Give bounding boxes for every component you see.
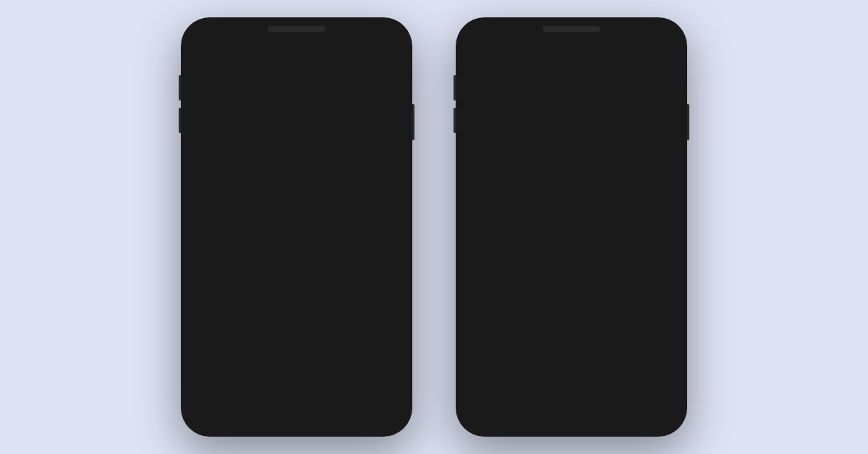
post-more-button-2[interactable]: ⋮ — [658, 317, 671, 330]
svg-point-1 — [383, 67, 391, 74]
svg-point-22 — [545, 168, 561, 176]
attachment-title: Employee Handbook and... — [231, 299, 336, 309]
phone-2: ▾ ← ⋮ — [456, 17, 687, 437]
post-community-link-2[interactable]: Discussion — [538, 339, 576, 348]
svg-point-19 — [528, 158, 537, 166]
poster-name-2: Bess Cole — [503, 317, 592, 328]
battery-icon — [383, 44, 396, 51]
post-more-button[interactable]: ⋮ — [383, 163, 396, 176]
search-button[interactable] — [379, 62, 396, 80]
member-avatar-1 — [518, 150, 544, 176]
wifi-icon-2: ▾ — [652, 43, 656, 51]
poster-name: Yoobin Kim — [229, 163, 334, 175]
attachment-info: Employee Handbook and... Google Docs — [231, 299, 336, 318]
sort-bar[interactable]: Sort by relevance ▾ — [187, 137, 407, 156]
poster-details-2: Bess Cole Chief Marketing Officer 2h ago… — [503, 317, 592, 348]
svg-line-10 — [571, 111, 593, 122]
signal-icon — [367, 43, 375, 51]
post-preview-2: Bess Cole Chief Marketing Officer 2h ago… — [461, 309, 681, 355]
likes-count: 8 — [213, 337, 218, 348]
svg-line-9 — [550, 111, 571, 122]
user-avatar-small: U — [203, 100, 226, 124]
cover-section: ▾ ← ⋮ — [461, 39, 681, 184]
status-icons-2: ▾ — [642, 43, 671, 51]
member-avatars — [521, 150, 622, 176]
filter-label: All post — [472, 292, 503, 303]
members-count: 102 members — [488, 184, 540, 194]
join-button[interactable]: Join — [533, 244, 610, 267]
wifi-icon: ▾ — [378, 43, 381, 51]
post-header: Yoobin Kim HR Analyst 2h ago in Global H… — [197, 163, 396, 194]
search-button-2[interactable] — [633, 58, 646, 75]
post-content: Hello everyone! We are reviewing our emp… — [197, 200, 396, 285]
post-meta-2: 2h ago in Discussion 🏢 — [503, 338, 592, 348]
poster-details: Yoobin Kim HR Analyst 2h ago in Global H… — [229, 163, 334, 194]
svg-point-25 — [589, 158, 597, 166]
visibility-icon: 🏢 — [644, 184, 655, 194]
menu-icon[interactable]: ☰ — [197, 62, 214, 80]
more-button[interactable]: ⋮ — [656, 58, 671, 75]
app1-topbar: ☰ Currents — [187, 55, 407, 87]
status-bar-2: ▾ — [461, 39, 681, 55]
poster-avatar — [197, 163, 223, 189]
svg-point-20 — [524, 168, 540, 176]
phone-screen-1: ▾ ☰ Currents — [187, 39, 407, 422]
group-info: 102 members · Visible within Acme.com 🏢 … — [461, 184, 681, 277]
back-button[interactable]: ← — [472, 59, 486, 75]
phone-1: ▾ ☰ Currents — [181, 17, 412, 437]
community-icon-2: 🏢 — [579, 338, 589, 348]
filter-bar[interactable]: All post ▾ — [461, 286, 681, 309]
like-button[interactable]: 8 — [197, 335, 218, 348]
post-user-info-2: Bess Cole Chief Marketing Officer 2h ago… — [472, 317, 592, 348]
signal-icon-2 — [642, 43, 650, 51]
sort-dropdown-icon: ▾ — [271, 142, 275, 150]
poster-role: HR Analyst — [229, 175, 334, 185]
app-title: Currents — [285, 64, 332, 78]
attachment-card[interactable]: Employee Handbook and... Google Docs — [197, 292, 396, 325]
svg-point-24 — [565, 168, 581, 176]
doc-icon — [205, 299, 225, 319]
post-placeholder-text: Post an update — [233, 106, 369, 118]
post-update-bar[interactable]: U Post an update — [194, 93, 399, 131]
poster-avatar-2 — [472, 317, 498, 343]
filter-dropdown-icon: ▾ — [506, 293, 510, 302]
svg-point-23 — [569, 158, 577, 166]
post-card: Yoobin Kim HR Analyst 2h ago in Global H… — [187, 156, 407, 356]
post-community-link[interactable]: Global HR Team — [263, 186, 322, 194]
members-line: 102 members · Visible within Acme.com 🏢 — [472, 184, 671, 194]
poster-role-2: Chief Marketing Officer — [503, 328, 592, 338]
svg-point-5 — [201, 181, 218, 189]
image-attach-icon[interactable] — [376, 105, 391, 119]
app2-topbar: ← ⋮ — [461, 53, 681, 80]
attachment-source: Google Docs — [231, 309, 336, 318]
status-bar-1: ▾ — [187, 39, 407, 55]
currents-logo: Currents — [260, 61, 332, 81]
visibility-text: Visible within Acme.com — [549, 184, 642, 194]
group-name: Exploration — [472, 200, 671, 218]
phone-screen-2: ▾ ← ⋮ — [461, 39, 681, 422]
svg-point-28 — [605, 168, 621, 176]
currents-logo-svg — [260, 61, 281, 81]
group-description: To know the world is to change it. — [472, 223, 671, 234]
share-button[interactable]: 17 — [229, 335, 255, 348]
svg-point-29 — [480, 322, 490, 332]
topbar-actions: ⋮ — [633, 58, 671, 75]
svg-point-26 — [585, 168, 601, 176]
dot-separator: · — [543, 184, 545, 194]
sort-label: Sort by relevance — [195, 141, 268, 152]
svg-point-27 — [609, 158, 618, 166]
svg-point-3 — [380, 109, 382, 111]
divider — [461, 281, 681, 282]
post-time-2: 2h ago in — [503, 339, 536, 348]
svg-point-30 — [476, 334, 493, 343]
battery-icon-2 — [658, 44, 671, 51]
community-icon: 🏢 — [324, 185, 334, 194]
svg-point-4 — [205, 168, 215, 179]
post-time: 2h ago in — [229, 186, 261, 194]
post-user-info: Yoobin Kim HR Analyst 2h ago in Global H… — [197, 163, 334, 194]
svg-point-6 — [635, 60, 643, 68]
shares-count: 17 — [245, 337, 255, 348]
status-icons: ▾ — [367, 43, 396, 51]
post-meta: 2h ago in Global HR Team 🏢 — [229, 185, 334, 194]
svg-point-0 — [269, 74, 273, 77]
